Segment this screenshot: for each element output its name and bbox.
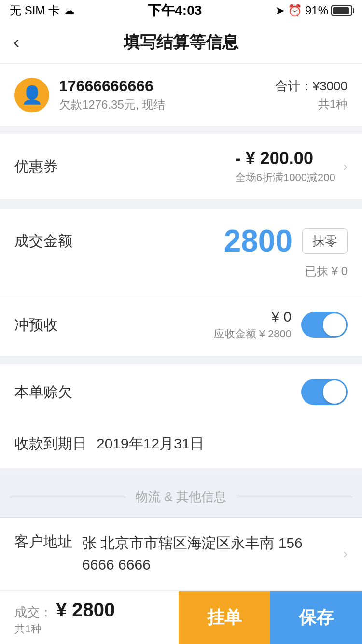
- customer-debt: 欠款1276.35元, 现结: [59, 97, 165, 112]
- status-bar: 无 SIM 卡 ☁ 下午4:03 ➤ ⏰ 91%: [0, 0, 362, 21]
- due-date-value: 2019年12月31日: [97, 434, 204, 454]
- summary-prefix: 成交：: [14, 604, 52, 621]
- pardon-label: 本单赊欠: [14, 382, 72, 402]
- logistics-section-label: 物流 & 其他信息: [0, 477, 362, 517]
- prepay-toggle[interactable]: [301, 312, 348, 338]
- prepay-sub: 应收金额 ¥ 2800: [214, 327, 292, 341]
- deal-value-area: 2800 抹零: [224, 223, 348, 259]
- save-button[interactable]: 保存: [270, 591, 362, 644]
- summary-amount: ¥ 2800: [56, 599, 115, 621]
- logistics-label-text: 物流 & 其他信息: [136, 489, 226, 505]
- bottom-bar: 成交： ¥ 2800 共1种 挂单 保存: [0, 591, 362, 644]
- coupon-amount: - ¥ 200.00: [235, 148, 335, 168]
- hang-order-button[interactable]: 挂单: [179, 591, 270, 644]
- deal-amount-label: 成交金额: [14, 231, 72, 251]
- back-button[interactable]: ‹: [14, 32, 19, 53]
- status-time: 下午4:03: [148, 1, 202, 20]
- coupon-right: - ¥ 200.00 全场6折满1000减200 ›: [235, 148, 348, 185]
- summary-count: 共1种: [14, 622, 164, 636]
- pardon-toggle-knob: [323, 380, 346, 404]
- label-line-right: [236, 497, 352, 497]
- prepay-section: 冲预收 ¥ 0 应收金额 ¥ 2800: [0, 294, 362, 356]
- prepay-right: ¥ 0 应收金额 ¥ 2800: [214, 308, 348, 341]
- alarm-icon: ⏰: [288, 4, 302, 17]
- customer-card: 👤 17666666666 欠款1276.35元, 现结 合计：¥3000 共1…: [0, 64, 362, 126]
- bottom-summary: 成交： ¥ 2800 共1种: [0, 599, 179, 636]
- round-zero-button[interactable]: 抹零: [302, 228, 348, 254]
- customer-right: 合计：¥3000 共1种: [275, 78, 348, 112]
- address-row[interactable]: 客户地址 张 北京市市辖区海淀区永丰南 156 6666 6666 ›: [0, 518, 362, 590]
- coupon-desc: 全场6折满1000减200: [235, 170, 335, 185]
- pardon-toggle[interactable]: [301, 379, 348, 405]
- due-date-label: 收款到期日: [14, 434, 87, 454]
- pardon-row: 本单赊欠: [0, 364, 362, 420]
- section-divider-1: [0, 200, 362, 209]
- status-right: ➤ ⏰ 91%: [275, 4, 352, 17]
- customer-phone: 17666666666: [59, 77, 165, 95]
- deal-amount-section: 成交金额 2800 抹零 已抹 ¥ 0: [0, 209, 362, 294]
- section-divider-3: [0, 468, 362, 477]
- prepay-toggle-knob: [323, 313, 346, 336]
- deal-amount-row: 成交金额 2800 抹零: [14, 223, 348, 259]
- sim-label: 无 SIM 卡 ☁: [10, 3, 75, 18]
- avatar: 👤: [14, 78, 49, 112]
- status-left: 无 SIM 卡 ☁: [10, 3, 75, 18]
- prepay-row: 冲预收 ¥ 0 应收金额 ¥ 2800: [14, 308, 348, 341]
- page-title: 填写结算等信息: [124, 31, 238, 54]
- coupon-row[interactable]: 优惠券 - ¥ 200.00 全场6折满1000减200 ›: [0, 134, 362, 200]
- due-date-row: 收款到期日 2019年12月31日: [0, 420, 362, 468]
- prepay-amount: ¥ 0: [214, 308, 292, 325]
- avatar-icon: 👤: [21, 85, 43, 105]
- coupon-chevron-icon: ›: [343, 159, 348, 174]
- address-label: 客户地址: [14, 532, 72, 552]
- battery-icon: [331, 5, 352, 16]
- customer-info: 17666666666 欠款1276.35元, 现结: [59, 77, 165, 112]
- content-area: 👤 17666666666 欠款1276.35元, 现结 合计：¥3000 共1…: [0, 64, 362, 644]
- section-divider-2: [0, 356, 362, 364]
- coupon-label: 优惠券: [14, 157, 58, 177]
- deal-amount-value: 2800: [224, 223, 292, 259]
- prepay-label: 冲预收: [14, 315, 58, 335]
- address-chevron-icon: ›: [343, 546, 348, 561]
- customer-count: 共1种: [275, 97, 348, 112]
- battery-label: 91%: [305, 4, 328, 17]
- location-icon: ➤: [275, 4, 285, 17]
- address-value: 张 北京市市辖区海淀区永丰南 156 6666 6666: [82, 532, 334, 575]
- nav-bar: ‹ 填写结算等信息: [0, 21, 362, 64]
- label-line-left: [10, 497, 126, 497]
- prepay-amount-area: ¥ 0 应收金额 ¥ 2800: [214, 308, 292, 341]
- customer-left: 👤 17666666666 欠款1276.35元, 现结: [14, 77, 165, 112]
- deal-sub-text: 已抹 ¥ 0: [305, 265, 348, 278]
- total-label: 合计：¥3000: [275, 78, 348, 95]
